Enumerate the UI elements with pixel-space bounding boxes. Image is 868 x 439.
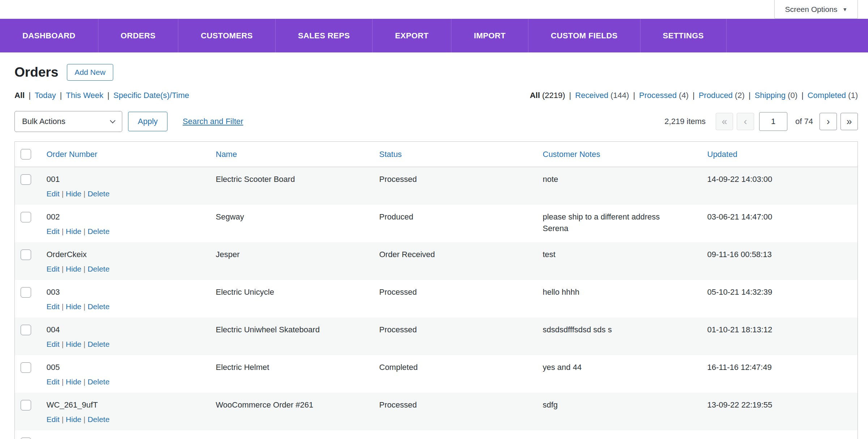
customer-note: hello hhhh <box>543 286 580 298</box>
status-cell: Completed <box>374 355 537 393</box>
action-separator: | <box>60 189 66 198</box>
edit-link[interactable]: Edit <box>47 340 60 348</box>
row-checkbox[interactable] <box>21 325 31 335</box>
edit-link[interactable]: Edit <box>47 265 60 273</box>
hide-link[interactable]: Hide <box>66 302 81 311</box>
date-filter-specific-date-s-time[interactable]: Specific Date(s)/Time <box>114 91 189 100</box>
hide-link[interactable]: Hide <box>66 415 81 423</box>
status-cell: Processed <box>374 280 537 317</box>
action-separator: | <box>60 227 66 235</box>
nav-item-dashboard[interactable]: DASHBOARD <box>0 19 98 52</box>
row-checkbox[interactable] <box>21 400 31 410</box>
order-number: WC_261_9ufT <box>47 399 204 411</box>
name-cell: WooCommerce Order #261 <box>210 393 374 430</box>
order-number: 001 <box>47 174 204 185</box>
row-checkbox[interactable] <box>21 174 31 185</box>
delete-link[interactable]: Delete <box>88 415 110 423</box>
nav-item-label: IMPORT <box>474 31 506 41</box>
customer-note: note <box>543 174 558 185</box>
filter-separator: | <box>569 91 571 100</box>
updated-cell: 09-11-16 00:58:13 <box>702 242 858 280</box>
delete-link[interactable]: Delete <box>88 302 110 311</box>
hide-link[interactable]: Hide <box>66 378 81 386</box>
hide-link[interactable]: Hide <box>66 340 81 348</box>
pagination: 2,219 items « ‹ of 74 › » <box>664 112 858 131</box>
delete-link[interactable]: Delete <box>88 340 110 348</box>
top-bar: Screen Options ▼ <box>0 0 868 19</box>
filter-separator: | <box>633 91 635 100</box>
name-cell: Segway <box>210 205 374 242</box>
row-checkbox-cell <box>15 205 41 242</box>
nav-item-customers[interactable]: CUSTOMERS <box>178 19 276 52</box>
delete-link[interactable]: Delete <box>88 227 110 235</box>
customer-notes-cell: sdfg <box>537 393 702 430</box>
table-row: 002 Edit | Hide | Delete Segway Produced… <box>15 205 858 242</box>
nav-item-import[interactable]: IMPORT <box>451 19 528 52</box>
customer-notes-cell: hello hhhh <box>537 280 702 317</box>
nav-item-export[interactable]: EXPORT <box>373 19 451 52</box>
nav-item-orders[interactable]: ORDERS <box>98 19 179 52</box>
nav-item-sales-reps[interactable]: SALES REPS <box>276 19 373 52</box>
delete-link[interactable]: Delete <box>88 378 110 386</box>
edit-link[interactable]: Edit <box>47 189 60 198</box>
status-filter-completed[interactable]: Completed(1) <box>808 91 858 100</box>
row-checkbox[interactable] <box>21 362 31 373</box>
status-filter-all[interactable]: All(2219) <box>530 91 565 100</box>
column-header-updated[interactable]: Updated <box>707 150 737 159</box>
delete-link[interactable]: Delete <box>88 265 110 273</box>
filter-label: All <box>530 91 540 100</box>
column-header-order-number[interactable]: Order Number <box>47 150 98 159</box>
row-checkbox[interactable] <box>21 438 31 439</box>
edit-link[interactable]: Edit <box>47 302 60 311</box>
bulk-actions-select[interactable]: Bulk Actions <box>14 111 122 132</box>
table-header: Order Number Name Status Customer Notes … <box>15 142 858 167</box>
order-number-cell: OrderCkeix Edit | Hide | Delete <box>41 242 210 280</box>
filter-separator: | <box>693 91 695 100</box>
row-checkbox[interactable] <box>21 250 31 260</box>
column-header-customer-notes[interactable]: Customer Notes <box>543 150 600 159</box>
hide-link[interactable]: Hide <box>66 189 81 198</box>
status-filter-processed[interactable]: Processed(4) <box>639 91 689 100</box>
date-filter-this-week[interactable]: This Week <box>66 91 103 100</box>
row-checkbox[interactable] <box>21 287 31 298</box>
edit-link[interactable]: Edit <box>47 378 60 386</box>
date-filter-all[interactable]: All <box>14 91 25 100</box>
add-new-button[interactable]: Add New <box>67 64 113 81</box>
row-checkbox-cell <box>15 280 41 317</box>
customer-note: please ship to a different address Seren… <box>543 211 677 234</box>
row-checkbox[interactable] <box>21 212 31 222</box>
table-row: 005 Edit | Hide | Delete Electric Helmet… <box>15 355 858 393</box>
apply-button[interactable]: Apply <box>128 112 167 131</box>
order-number-cell: 002 Edit | Hide | Delete <box>41 205 210 242</box>
filter-separator: | <box>29 91 31 100</box>
next-page-button[interactable]: › <box>820 113 837 130</box>
status-filter-shipping[interactable]: Shipping(0) <box>754 91 797 100</box>
screen-options-button[interactable]: Screen Options ▼ <box>774 0 858 19</box>
select-all-checkbox[interactable] <box>21 149 31 159</box>
row-checkbox-cell <box>15 167 41 205</box>
column-header-name[interactable]: Name <box>216 150 237 159</box>
edit-link[interactable]: Edit <box>47 415 60 423</box>
action-separator: | <box>81 189 88 198</box>
first-page-button: « <box>716 113 733 130</box>
last-page-button[interactable]: » <box>841 113 858 130</box>
status-filter-produced[interactable]: Produced(2) <box>699 91 745 100</box>
nav-item-custom-fields[interactable]: CUSTOM FIELDS <box>528 19 640 52</box>
current-page-input[interactable] <box>759 112 787 131</box>
date-filter-today[interactable]: Today <box>35 91 56 100</box>
search-and-filter-link[interactable]: Search and Filter <box>183 117 243 126</box>
status-cell: Produced <box>374 205 537 242</box>
order-number-cell: 004 Edit | Hide | Delete <box>41 317 210 355</box>
delete-link[interactable]: Delete <box>88 189 110 198</box>
status-filter-received[interactable]: Received(144) <box>575 91 629 100</box>
nav-item-settings[interactable]: SETTINGS <box>641 19 727 52</box>
orders-table-body: 001 Edit | Hide | Delete Electric Scoote… <box>15 167 858 439</box>
column-header-status[interactable]: Status <box>379 150 402 159</box>
action-separator: | <box>81 340 88 348</box>
row-checkbox-cell <box>15 242 41 280</box>
hide-link[interactable]: Hide <box>66 227 81 235</box>
edit-link[interactable]: Edit <box>47 227 60 235</box>
table-row: WC_261_9ufT Edit | Hide | Delete WooComm… <box>15 393 858 430</box>
customer-notes-cell: test <box>537 242 702 280</box>
hide-link[interactable]: Hide <box>66 265 81 273</box>
